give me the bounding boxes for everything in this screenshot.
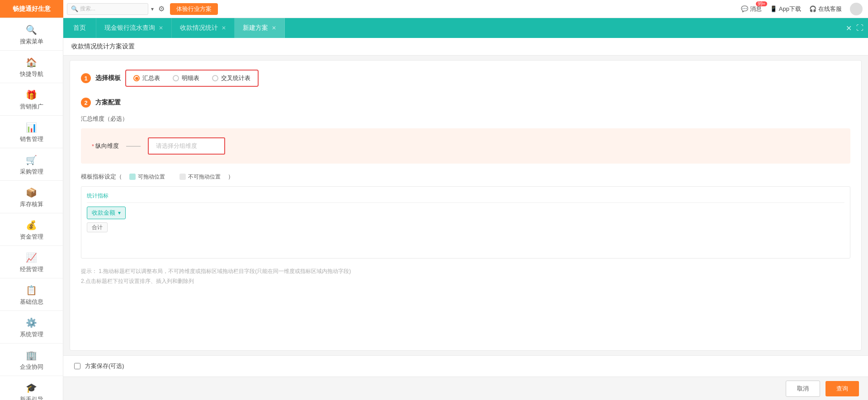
tab-new-plan-close[interactable]: ✕: [272, 25, 276, 31]
page-content: 收款情况统计方案设置 1 选择模板 汇总表: [63, 38, 868, 376]
sidebar-item-marketing[interactable]: 🎁 营销推广: [0, 83, 63, 116]
non-draggable-label: 不可拖动位置: [188, 173, 221, 181]
guide-icon: 🎓: [26, 382, 37, 393]
sidebar-label-search: 搜索菜单: [20, 38, 43, 46]
trial-button[interactable]: 体验行业方案: [170, 3, 218, 15]
support-icon[interactable]: 🎧 在线客服: [809, 5, 842, 13]
indicator-tag-dropdown-icon[interactable]: ▾: [118, 210, 121, 216]
step2-section: 2 方案配置 汇总维度（必选） * 纵向维度 ——: [81, 98, 850, 286]
search-placeholder: 搜索...: [80, 5, 95, 13]
step2-header: 2 方案配置: [81, 98, 850, 108]
tab-collection-stats[interactable]: 收款情况统计 ✕: [172, 18, 235, 38]
download-icon[interactable]: 📱 App下载: [770, 5, 801, 13]
sidebar-item-purchase[interactable]: 🛒 采购管理: [0, 148, 63, 181]
indicator-group-label: 统计指标: [87, 192, 844, 203]
draggable-dot: [129, 174, 136, 180]
radio-detail[interactable]: [173, 75, 179, 81]
template-option-detail[interactable]: 明细表: [173, 74, 199, 82]
tab-collection-stats-label: 收款情况统计: [180, 24, 218, 32]
draggable-label: 可拖动位置: [138, 173, 165, 181]
sidebar-item-enterprise[interactable]: 🏢 企业协同: [0, 344, 63, 376]
tab-collection-stats-close[interactable]: ✕: [222, 25, 226, 31]
dimension-placeholder: 请选择分组维度: [156, 142, 197, 149]
indicator-container: 统计指标 收款金额 ▾ 合计: [81, 186, 850, 259]
page-title: 收款情况统计方案设置: [71, 42, 135, 50]
tab-home-label: 首页: [73, 24, 86, 32]
notification-icon[interactable]: 💬 消息 99+: [741, 5, 762, 13]
form-card: 1 选择模板 汇总表 明细表: [70, 60, 862, 351]
radio-summary[interactable]: [133, 75, 140, 81]
vertical-dimension-label: * 纵向维度: [92, 142, 119, 150]
app-logo: 畅捷通好生意: [0, 0, 63, 18]
sidebar-item-search[interactable]: 🔍 搜索菜单: [0, 18, 63, 51]
header-search-box[interactable]: 🔍 搜索...: [67, 3, 148, 15]
sidebar-item-system[interactable]: ⚙️ 系统管理: [0, 311, 63, 344]
step1-header: 1 选择模板 汇总表 明细表: [81, 70, 850, 87]
sidebar-item-inventory[interactable]: 📦 库存核算: [0, 181, 63, 213]
template-option-cross[interactable]: 交叉统计表: [212, 74, 250, 82]
tab-new-plan[interactable]: 新建方案 ✕: [235, 18, 285, 38]
tab-home[interactable]: 首页: [63, 18, 96, 38]
step2-title: 方案配置: [95, 99, 121, 107]
step1-title: 选择模板: [95, 74, 121, 82]
bottom-save-section: 方案保存(可选): [63, 355, 868, 376]
page-title-bar: 收款情况统计方案设置: [63, 38, 868, 56]
sidebar: 🔍 搜索菜单 🏠 快捷导航 🎁 营销推广 📊 销售管理 🛒 采购管理 📦 库存核…: [0, 18, 63, 400]
sidebar-label-quicknav: 快捷导航: [20, 70, 43, 78]
non-draggable-badge: 不可拖动位置: [179, 173, 221, 181]
non-draggable-dot: [179, 174, 186, 180]
dimension-section-title: 汇总维度（必选）: [81, 115, 850, 123]
cancel-button[interactable]: 取消: [786, 381, 820, 397]
enterprise-icon: 🏢: [26, 350, 37, 361]
template-option-summary[interactable]: 汇总表: [133, 74, 160, 82]
indicator-subtag-row: 合计: [87, 223, 844, 231]
radio-cross[interactable]: [212, 75, 218, 81]
sidebar-item-finance[interactable]: 💰 资金管理: [0, 213, 63, 246]
tab-new-plan-label: 新建方案: [243, 24, 268, 32]
sidebar-item-guide[interactable]: 🎓 新手引导: [0, 376, 63, 400]
required-star: *: [92, 143, 94, 150]
download-label: App下载: [779, 5, 801, 13]
save-label: 方案保存(可选): [85, 362, 124, 370]
indicator-settings-text: 模板指标设定（: [81, 173, 122, 181]
header-dropdown-icon[interactable]: ▾: [151, 6, 154, 12]
sidebar-label-operation: 经营管理: [20, 265, 43, 273]
sidebar-label-inventory: 库存核算: [20, 200, 43, 208]
tab-bank-flow[interactable]: 现金银行流水查询 ✕: [96, 18, 172, 38]
tab-close-btn[interactable]: ✕: [846, 24, 852, 33]
sidebar-label-finance: 资金管理: [20, 233, 43, 241]
sidebar-label-enterprise: 企业协同: [20, 363, 43, 371]
purchase-icon: 🛒: [26, 155, 37, 165]
tab-expand-btn[interactable]: ⛶: [856, 24, 863, 32]
save-checkbox[interactable]: [74, 363, 80, 369]
user-avatar[interactable]: [850, 3, 863, 15]
step1-section: 1 选择模板 汇总表 明细表: [81, 70, 850, 87]
support-label: 在线客服: [818, 5, 842, 13]
tab-bank-flow-close[interactable]: ✕: [159, 25, 163, 31]
basicinfo-icon: 📋: [26, 285, 37, 296]
template-summary-label: 汇总表: [142, 74, 160, 82]
step1-badge: 1: [81, 73, 91, 83]
sales-icon: 📊: [26, 122, 37, 133]
sidebar-item-basicinfo[interactable]: 📋 基础信息: [0, 278, 63, 311]
settings-icon[interactable]: ⚙: [158, 5, 165, 13]
sidebar-item-quicknav[interactable]: 🏠 快捷导航: [0, 51, 63, 83]
sidebar-label-purchase: 采购管理: [20, 168, 43, 176]
sidebar-label-basicinfo: 基础信息: [20, 298, 43, 306]
indicator-settings-header: 模板指标设定（ 可拖动位置 不可拖动位置 ）: [81, 173, 850, 181]
indicator-tag-amount[interactable]: 收款金额 ▾: [87, 207, 126, 219]
home-icon: 🏠: [26, 57, 37, 68]
sidebar-label-system: 系统管理: [20, 330, 43, 339]
tab-bar-actions: ✕ ⛶: [846, 18, 868, 38]
vertical-label-text: 纵向维度: [95, 142, 119, 150]
dimension-input[interactable]: 请选择分组维度: [148, 137, 225, 155]
indicator-tag-amount-label: 收款金额: [92, 209, 115, 217]
query-button[interactable]: 查询: [826, 381, 859, 396]
dimension-row: * 纵向维度 —— 请选择分组维度: [92, 137, 840, 155]
sidebar-item-sales[interactable]: 📊 销售管理: [0, 116, 63, 148]
tip-line-1: 提示： 1.拖动标题栏可以调整布局，不可跨维度或指标区域拖动栏目字段(只能在同一…: [81, 267, 850, 277]
finance-icon: 💰: [26, 220, 37, 231]
step2-badge: 2: [81, 98, 91, 108]
operation-icon: 📈: [26, 252, 37, 263]
sidebar-item-operation[interactable]: 📈 经营管理: [0, 246, 63, 278]
